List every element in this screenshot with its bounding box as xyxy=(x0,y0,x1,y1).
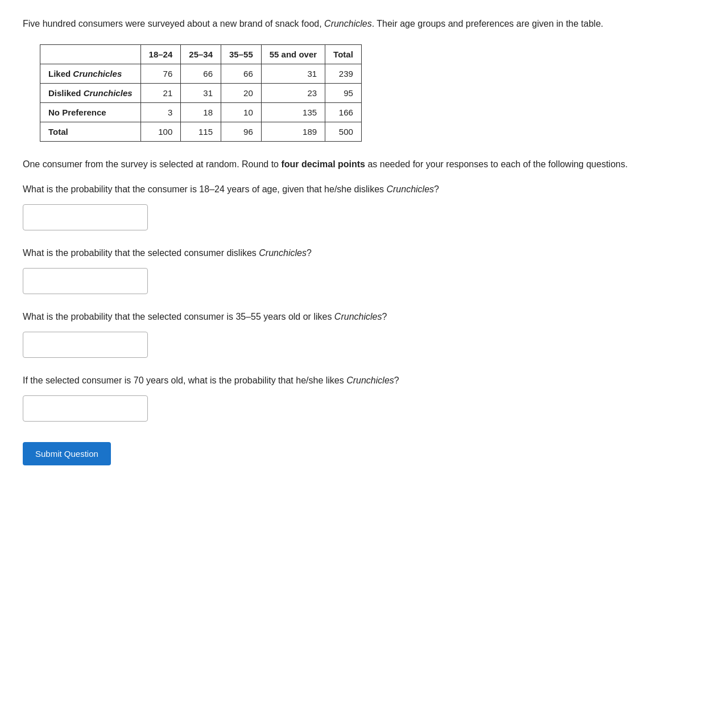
question-4-text: If the selected consumer is 70 years old… xyxy=(23,374,705,387)
row-label-total: Total xyxy=(40,122,141,142)
col-header-55-over: 55 and over xyxy=(261,45,325,64)
cell-nopref-total: 166 xyxy=(325,103,362,122)
cell-nopref-25-34: 18 xyxy=(181,103,221,122)
cell-liked-25-34: 66 xyxy=(181,64,221,84)
row-label-liked: Liked Crunchicles xyxy=(40,64,141,84)
col-header-label xyxy=(40,45,141,64)
instructions-text: One consumer from the survey is selected… xyxy=(23,158,705,171)
cell-disliked-55-over: 23 xyxy=(261,84,325,103)
cell-disliked-35-55: 20 xyxy=(221,84,262,103)
brand-name-intro: Crunchicles xyxy=(324,19,372,28)
col-header-18-24: 18–24 xyxy=(140,45,181,64)
cell-disliked-total: 95 xyxy=(325,84,362,103)
row-label-no-preference: No Preference xyxy=(40,103,141,122)
data-table-wrapper: 18–24 25–34 35–55 55 and over Total Like… xyxy=(23,44,705,142)
intro-paragraph: Five hundred consumers were surveyed abo… xyxy=(23,17,705,31)
answer-input-q2[interactable] xyxy=(23,268,148,294)
q3-brand-italic: Crunchicles xyxy=(334,312,382,321)
cell-total-25-34: 115 xyxy=(181,122,221,142)
cell-total-55-over: 189 xyxy=(261,122,325,142)
question-1-text: What is the probability that the consume… xyxy=(23,183,705,196)
cell-total-total: 500 xyxy=(325,122,362,142)
answer-input-q4[interactable] xyxy=(23,395,148,422)
question-3-text: What is the probability that the selecte… xyxy=(23,310,705,324)
cell-nopref-35-55: 10 xyxy=(221,103,262,122)
table-row: Disliked Crunchicles 21 31 20 23 95 xyxy=(40,84,362,103)
table-row: No Preference 3 18 10 135 166 xyxy=(40,103,362,122)
col-header-25-34: 25–34 xyxy=(181,45,221,64)
submit-button[interactable]: Submit Question xyxy=(23,442,111,465)
row-label-disliked: Disliked Crunchicles xyxy=(40,84,141,103)
cell-total-35-55: 96 xyxy=(221,122,262,142)
cell-disliked-18-24: 21 xyxy=(140,84,181,103)
q2-brand-italic: Crunchicles xyxy=(259,248,307,258)
cell-disliked-25-34: 31 xyxy=(181,84,221,103)
q1-brand-italic: Crunchicles xyxy=(386,184,434,194)
cell-liked-total: 239 xyxy=(325,64,362,84)
answer-input-q3[interactable] xyxy=(23,332,148,358)
survey-table: 18–24 25–34 35–55 55 and over Total Like… xyxy=(40,44,362,142)
cell-nopref-55-over: 135 xyxy=(261,103,325,122)
question-2-text: What is the probability that the selecte… xyxy=(23,246,705,260)
cell-total-18-24: 100 xyxy=(140,122,181,142)
answer-input-q1[interactable] xyxy=(23,204,148,230)
cell-liked-35-55: 66 xyxy=(221,64,262,84)
bold-instruction: four decimal points xyxy=(281,159,365,169)
q4-brand-italic: Crunchicles xyxy=(346,375,394,385)
cell-liked-18-24: 76 xyxy=(140,64,181,84)
table-row: Liked Crunchicles 76 66 66 31 239 xyxy=(40,64,362,84)
col-header-35-55: 35–55 xyxy=(221,45,262,64)
cell-liked-55-over: 31 xyxy=(261,64,325,84)
cell-nopref-18-24: 3 xyxy=(140,103,181,122)
table-row: Total 100 115 96 189 500 xyxy=(40,122,362,142)
col-header-total: Total xyxy=(325,45,362,64)
